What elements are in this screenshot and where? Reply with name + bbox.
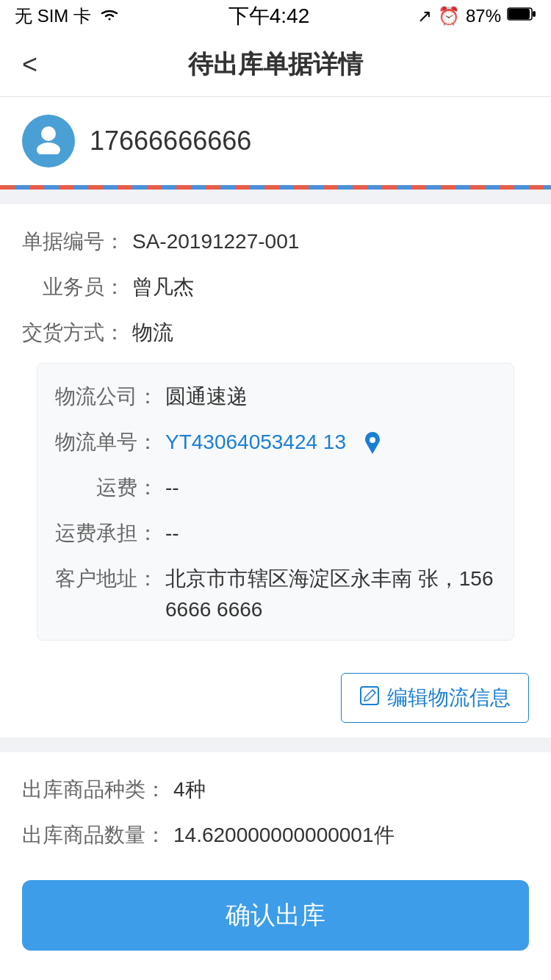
battery-icon [507,6,536,26]
logistics-company-label: 物流公司： [55,381,158,412]
tracking-number-row: 物流单号： YT43064053424 13 [55,427,496,458]
tracking-location-icon[interactable] [358,428,387,457]
tracking-number-value: YT43064053424 13 [165,427,346,458]
salesperson-value: 曾凡杰 [132,272,529,303]
delivery-method-row: 交货方式： 物流 [22,317,529,348]
goods-types-value: 4种 [173,774,529,805]
delivery-method-value: 物流 [132,317,529,348]
goods-section: 出库商品种类： 4种 出库商品数量： 14.620000000000001件 [0,752,551,873]
document-number-row: 单据编号： SA-20191227-001 [22,226,529,257]
freight-label: 运费： [55,472,158,503]
svg-point-3 [41,126,56,141]
goods-quantity-value: 14.620000000000001件 [173,820,529,851]
user-header: 17666666666 [0,97,551,185]
location-status-icon: ↗ [417,6,432,26]
status-bar: 无 SIM 卡 下午4:42 ↗ ⏰ 87% [0,0,551,32]
status-right: ↗ ⏰ 87% [417,6,536,26]
logistics-card: 物流公司： 圆通速递 物流单号： YT43064053424 13 [37,363,514,641]
freight-value: -- [165,472,496,503]
freight-row: 运费： -- [55,472,496,503]
freight-bearer-label: 运费承担： [55,518,158,549]
user-phone: 17666666666 [90,126,251,156]
user-avatar-icon [32,122,65,161]
back-button[interactable]: < [22,49,37,80]
logistics-company-row: 物流公司： 圆通速递 [55,381,496,412]
goods-types-label: 出库商品种类： [22,774,166,805]
dashed-divider [0,185,551,190]
salesperson-row: 业务员： 曾凡杰 [22,272,529,303]
section-divider-1 [0,738,551,752]
svg-rect-1 [533,11,536,17]
tracking-row: YT43064053424 13 [158,427,387,458]
carrier-label: 无 SIM 卡 [15,4,91,28]
confirm-outbound-button[interactable]: 确认出库 [22,880,529,951]
wifi-icon [98,6,120,26]
address-row: 客户地址： 北京市市辖区海淀区永丰南 张，156 6666 6666 [55,563,496,625]
address-label: 客户地址： [55,563,158,594]
svg-rect-7 [361,687,378,705]
freight-bearer-row: 运费承担： -- [55,518,496,549]
delivery-method-label: 交货方式： [22,317,125,348]
basic-info-section: 单据编号： SA-20191227-001 业务员： 曾凡杰 交货方式： 物流 … [0,204,551,658]
page-title: 待出库单据详情 [188,48,363,82]
confirm-button-container: 确认出库 [0,865,551,980]
svg-point-6 [370,437,375,443]
status-left: 无 SIM 卡 [15,4,120,28]
salesperson-label: 业务员： [22,272,125,303]
avatar [22,115,75,167]
status-time: 下午4:42 [228,2,310,30]
goods-types-row: 出库商品种类： 4种 [22,774,529,805]
address-value: 北京市市辖区海淀区永丰南 张，156 6666 6666 [165,563,496,625]
edit-logistics-label: 编辑物流信息 [387,684,511,712]
edit-button-row: 编辑物流信息 [0,658,551,738]
edit-icon [359,685,380,711]
nav-bar: < 待出库单据详情 [0,32,551,97]
goods-quantity-label: 出库商品数量： [22,820,166,851]
document-number-label: 单据编号： [22,226,125,257]
goods-quantity-row: 出库商品数量： 14.620000000000001件 [22,820,529,851]
document-number-value: SA-20191227-001 [132,226,529,257]
battery-label: 87% [466,6,501,26]
svg-rect-2 [508,9,530,19]
svg-point-4 [37,143,60,154]
alarm-status-icon: ⏰ [438,6,460,26]
tracking-number-label: 物流单号： [55,427,158,458]
edit-logistics-button[interactable]: 编辑物流信息 [341,673,529,723]
freight-bearer-value: -- [165,518,496,549]
logistics-company-value: 圆通速递 [165,381,496,412]
